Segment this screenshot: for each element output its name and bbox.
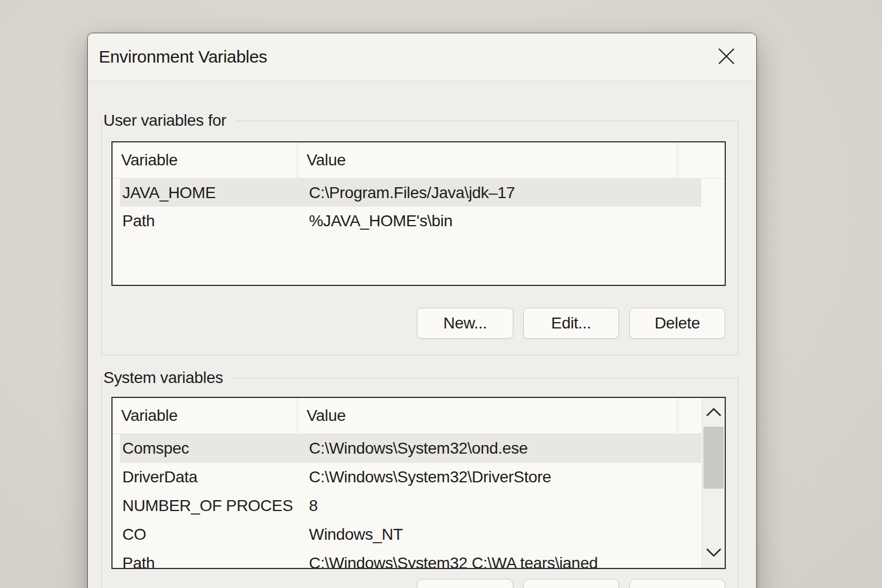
table-row[interactable]: Path C:\Windows\System32 C:\WA tears\ian… — [120, 549, 701, 569]
chevron-down-icon — [706, 548, 722, 559]
value-cell: C:\Windows\System32 C:\WA tears\ianed — [309, 554, 701, 569]
value-cell: C:\Program.Files/Java\jdk–17 — [309, 184, 701, 202]
value-cell: Windows_NT — [309, 525, 701, 544]
variable-cell: Comspec — [120, 439, 309, 458]
system-variables-label: System variables — [103, 368, 233, 388]
variable-cell: JAVA_HOME — [120, 184, 309, 202]
table-row[interactable]: Path %JAVA_HOME's\bin — [120, 207, 701, 235]
table-row[interactable]: DriverData C:\Windows\System32\DriverSto… — [120, 463, 701, 492]
variable-cell: Path — [120, 554, 309, 569]
environment-variables-dialog: Environment Variables User variables for… — [87, 33, 757, 588]
scrollbar-thumb[interactable] — [703, 427, 724, 489]
column-header-variable[interactable]: Variable — [113, 398, 299, 434]
system-delete-button[interactable] — [629, 579, 725, 588]
scroll-down-button[interactable] — [702, 539, 725, 567]
table-row[interactable]: NUMBER_OF PROCES 8 — [120, 492, 701, 520]
user-edit-button[interactable]: Edit... — [523, 308, 619, 339]
list-header: Variable Value — [113, 142, 725, 179]
variable-cell: NUMBER_OF PROCES — [120, 497, 309, 515]
vertical-scrollbar[interactable] — [702, 398, 725, 568]
value-cell: C:\Windows\System32\ond.ese — [309, 439, 701, 458]
table-row[interactable]: JAVA_HOME C:\Program.Files/Java\jdk–17 — [120, 179, 701, 207]
list-header: Variable Value — [113, 398, 725, 434]
system-edit-button[interactable] — [523, 579, 619, 588]
column-header-value[interactable]: Value — [299, 398, 679, 434]
variable-cell: DriverData — [120, 468, 309, 486]
chevron-up-icon — [706, 408, 722, 419]
variable-cell: CO — [120, 525, 309, 544]
user-variables-list: Variable Value JAVA_HOME C:\Program.File… — [111, 141, 726, 286]
scroll-up-button[interactable] — [702, 399, 725, 427]
variable-cell: Path — [120, 212, 309, 230]
value-cell: %JAVA_HOME's\bin — [309, 212, 701, 230]
value-cell: 8 — [309, 497, 701, 515]
dialog-titlebar[interactable]: Environment Variables — [88, 33, 756, 81]
user-new-button[interactable]: New... — [417, 308, 513, 339]
value-cell: C:\Windows\System32\DriverStore — [309, 468, 701, 486]
user-variables-label: User variables for — [103, 111, 237, 130]
system-new-button[interactable] — [417, 579, 513, 588]
table-row[interactable]: Comspec C:\Windows\System32\ond.ese — [120, 434, 701, 463]
close-icon — [717, 47, 736, 68]
column-header-value[interactable]: Value — [299, 142, 679, 179]
column-header-variable[interactable]: Variable — [113, 142, 299, 179]
system-variables-list: Variable Value Comspec C:\Windows\System… — [111, 397, 726, 569]
table-row[interactable]: CO Windows_NT — [120, 520, 701, 549]
dialog-title: Environment Variables — [99, 47, 267, 67]
user-delete-button[interactable]: Delete — [629, 308, 725, 339]
column-header-gutter — [679, 142, 725, 179]
close-button[interactable] — [714, 44, 739, 69]
